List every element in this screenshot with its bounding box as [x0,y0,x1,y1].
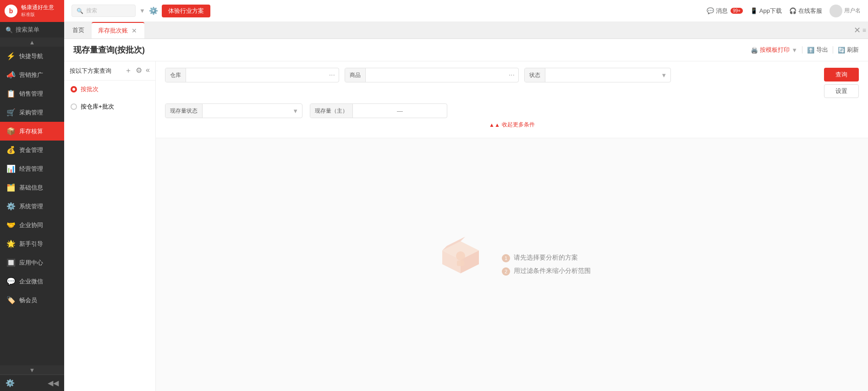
topbar-search-icon: 🔍 [77,8,83,14]
inventory-status-dropdown-icon[interactable]: ▼ [289,108,302,114]
industry-btn[interactable]: 体验行业方案 [162,5,210,17]
collapse-filter-row[interactable]: ▲▲ 收起更多条件 [165,118,859,131]
svg-rect-5 [457,261,464,266]
system-icon: ⚙️ [6,202,16,211]
operations-icon: 📊 [6,164,16,173]
settings-footer-icon[interactable]: ⚙️ [5,379,15,387]
tab-close-btn[interactable]: ✕ [131,27,138,34]
sidebar-item-quick-nav[interactable]: ⚡ 快捷导航 [0,47,64,65]
inventory-status-filter[interactable]: 现存量状态 ▼ [165,103,302,118]
sidebar-footer: ⚙️ ◀◀ [0,375,64,391]
topbar-left: 🔍 搜索 ▼ ⚙️ 体验行业方案 [71,5,703,17]
left-panel: 按以下方案查询 ＋ ⚙ « 按批次 按仓库+批次 [64,61,156,391]
app-title: 畅康通好生意 标准版 [21,4,54,18]
right-panel: 仓库 ··· 商品 ··· [156,61,868,391]
warehouse-dots-icon[interactable]: ··· [329,71,335,79]
sidebar-scroll-up[interactable]: ▲ [0,38,64,47]
sidebar-item-collab[interactable]: 🤝 企业协同 [0,216,64,234]
app-logo: b [5,5,17,17]
collapse-sidebar-icon[interactable]: ◀◀ [48,379,59,387]
sidebar-item-sales[interactable]: 📋 销售管理 [0,84,64,103]
search-menu[interactable]: 🔍 搜索菜单 [0,22,64,38]
sidebar-item-inventory[interactable]: 📦 库存核算 [0,122,64,141]
tabbar: 首页 库存批次账 ✕ ✕ ≡ [64,22,868,39]
sidebar-item-basic[interactable]: 🗂️ 基础信息 [0,178,64,197]
product-dots-icon[interactable]: ··· [509,71,515,79]
refresh-btn[interactable]: 🔄 刷新 [838,46,859,54]
sales-icon: 📋 [6,89,16,98]
page-title: 现存量查询(按批次) [73,44,145,55]
export-icon: ⬆️ [807,47,814,54]
messages-btn[interactable]: 💬 消息 99+ [707,7,743,15]
user-avatar-btn[interactable]: 用户名 [830,5,861,17]
left-panel-item-by-warehouse-batch[interactable]: 按仓库+批次 [64,98,155,115]
collapse-up-icon: ▲▲ [489,122,500,128]
tab-home[interactable]: 首页 [66,22,91,38]
finance-icon: 💰 [6,146,16,154]
topbar-search[interactable]: 🔍 搜索 [71,5,136,17]
empty-tip-1: 1 请先选择要分析的方案 [502,254,591,262]
message-icon: 💬 [707,7,714,14]
topbar-dropdown-icon[interactable]: ▼ [139,7,145,14]
headset-icon: 🎧 [789,7,797,14]
left-panel-item-by-batch[interactable]: 按批次 [64,81,155,98]
qty-dash: — [392,108,407,114]
product-label: 商品 [345,68,366,82]
empty-tip-2: 2 用过滤条件来缩小分析范围 [502,267,591,276]
sidebar-item-member[interactable]: 🏷️ 畅会员 [0,291,64,310]
warehouse-input[interactable]: ··· [186,71,339,79]
filter-row-2: 现存量状态 ▼ 现存量（主） — [165,103,859,118]
settings-button[interactable]: 设置 [824,84,859,98]
empty-illustration [433,237,488,293]
print-dropdown-icon: ▼ [791,47,797,54]
sidebar-item-operations[interactable]: 📊 经营管理 [0,159,64,178]
sidebar-item-wechat[interactable]: 💬 企业微信 [0,272,64,291]
tab-inventory-batch[interactable]: 库存批次账 ✕ [92,22,144,38]
left-panel-header: 按以下方案查询 ＋ ⚙ « [64,61,155,81]
basic-icon: 🗂️ [6,183,16,192]
sidebar-item-purchase[interactable]: 🛒 采购管理 [0,103,64,122]
page-header: 现存量查询(按批次) 🖨️ 按模板打印 ▼ ⬆️ 导出 🔄 刷新 [64,39,868,61]
sidebar-nav: ⚡ 快捷导航 📣 营销推广 📋 销售管理 🛒 采购管理 📦 库存核算 💰 资金管… [0,47,64,365]
settings-scheme-icon[interactable]: ⚙ [136,66,142,76]
empty-inner: 1 请先选择要分析的方案 2 用过滤条件来缩小分析范围 [433,237,591,293]
app-download-btn[interactable]: 📱 App下载 [750,7,782,15]
purchase-icon: 🛒 [6,108,16,117]
product-input[interactable]: ··· [366,71,518,79]
sidebar-item-system[interactable]: ⚙️ 系统管理 [0,197,64,216]
add-scheme-icon[interactable]: ＋ [125,66,132,76]
sidebar-item-guide[interactable]: 🌟 新手引导 [0,234,64,253]
content-area: 按以下方案查询 ＋ ⚙ « 按批次 按仓库+批次 [64,61,868,391]
inventory-status-label: 现存量状态 [165,104,203,118]
wechat-icon: 💬 [6,277,16,286]
sidebar-item-marketing[interactable]: 📣 营销推广 [0,65,64,84]
status-label: 状态 [525,68,545,82]
status-filter[interactable]: 状态 ▼ [524,68,671,82]
divider2 [833,46,833,54]
mobile-icon: 📱 [750,7,758,14]
inventory-qty-filter: 现存量（主） — [310,103,447,118]
panel-close-icon[interactable]: ✕ [854,25,861,35]
refresh-icon: 🔄 [838,47,845,54]
sidebar-header: b 畅康通好生意 标准版 [0,0,64,22]
filter-actions: 查询 设置 [824,68,859,98]
topbar-gear-icon[interactable]: ⚙️ [149,6,158,15]
online-service-btn[interactable]: 🎧 在线客服 [789,7,822,15]
sidebar-item-apps[interactable]: 🔲 应用中心 [0,253,64,272]
topbar: 🔍 搜索 ▼ ⚙️ 体验行业方案 💬 消息 99+ 📱 App下载 🎧 在线客服 [64,0,868,22]
export-btn[interactable]: ⬆️ 导出 [807,46,828,54]
panel-more-icon[interactable]: ≡ [863,27,866,34]
sidebar: b 畅康通好生意 标准版 🔍 搜索菜单 ▲ ⚡ 快捷导航 📣 营销推广 📋 销售… [0,0,64,391]
collapse-panel-icon[interactable]: « [146,66,150,76]
sidebar-scroll-down[interactable]: ▼ [0,365,64,375]
avatar [830,5,842,17]
print-btn[interactable]: 🖨️ 按模板打印 ▼ [751,46,797,54]
warehouse-filter[interactable]: 仓库 ··· [165,68,339,82]
empty-svg [433,237,488,292]
status-dropdown-icon[interactable]: ▼ [657,72,670,79]
product-filter[interactable]: 商品 ··· [345,68,519,82]
sidebar-item-finance[interactable]: 💰 资金管理 [0,141,64,159]
filter-section: 仓库 ··· 商品 ··· [156,61,868,138]
inventory-qty-label: 现存量（主） [310,104,353,118]
query-button[interactable]: 查询 [824,68,859,81]
